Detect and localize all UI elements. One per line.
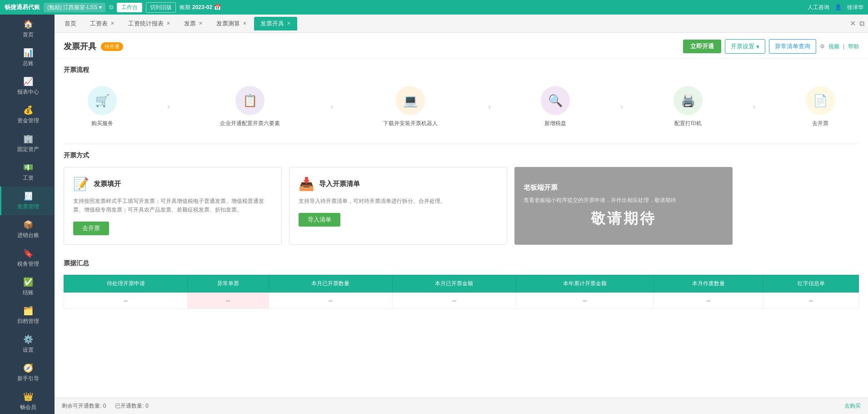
sidebar-label-guide: 新手引导 <box>17 375 39 383</box>
billing-card1-title: 发票填开 <box>94 180 121 188</box>
sidebar-item-purchase-sales[interactable]: 📦 进销台账 <box>0 215 55 244</box>
tab-label-home: 首页 <box>65 20 76 28</box>
sidebar-label-reports: 报表中心 <box>17 88 39 96</box>
ledger-icon: 📊 <box>23 48 33 58</box>
process-step-configure[interactable]: 📋 企业开通配置开票六要素 <box>220 86 280 127</box>
summary-cell-6: -- <box>763 293 859 309</box>
buy-service-icon-wrap: 🛒 <box>88 86 117 115</box>
chevron-down-icon: ▾ <box>99 4 102 10</box>
guide-icon: 🧭 <box>23 363 33 373</box>
archive-icon: 🗂️ <box>23 306 33 316</box>
sidebar-item-assets[interactable]: 🏢 固定资产 <box>0 129 55 158</box>
old-platform-card: 老板端开票 查看老板端小程序提交的开票申请，并作出相应处理，敬请期待 敬请期待 <box>514 167 733 245</box>
tab-invoice-calc[interactable]: 发票测算✕ <box>210 17 253 30</box>
sidebar-label-tax: 税务管理 <box>17 260 39 268</box>
tab-payroll[interactable]: 工资表✕ <box>84 17 121 30</box>
calendar-icon[interactable]: 📅 <box>214 4 221 10</box>
company-selector[interactable]: (勉励) 江西服室-LSS ▾ <box>44 3 105 12</box>
tab-bar: 首页工资表✕工资统计报表✕发票✕发票测算✕发票开具✕ ✕ ⧉ <box>55 15 868 33</box>
open-settings-button[interactable]: 开票设置 ▾ <box>725 39 765 54</box>
process-steps: 🛒 购买服务 › 📋 企业开通配置开票六要素 › 💻 下载并安装开票机器人 › … <box>64 81 859 136</box>
process-step-buy-service[interactable]: 🛒 购买服务 <box>88 86 117 127</box>
sidebar-label-payroll: 工资 <box>23 174 34 182</box>
tab-close-invoice-tools[interactable]: ✕ <box>287 20 291 26</box>
old-platform-title: 老板端开票 <box>524 183 558 192</box>
video-help-link[interactable]: 视频 <box>828 43 839 50</box>
configure-printer-icon-wrap: 🖨️ <box>673 86 703 115</box>
help-link[interactable]: 帮助 <box>848 43 859 50</box>
tab-label-invoice: 发票 <box>184 20 196 28</box>
tab-invoice-tools[interactable]: 发票开具✕ <box>254 17 297 30</box>
close-tab-icon[interactable]: ✕ <box>850 19 856 28</box>
old-version-button[interactable]: 切到旧版 <box>146 2 176 13</box>
sidebar-item-settlement[interactable]: ✅ 结账 <box>0 273 55 301</box>
username: 徐泽华 <box>847 4 863 11</box>
invoice-mgmt-icon: 🧾 <box>23 191 33 201</box>
restore-icon[interactable]: ⧉ <box>859 20 864 28</box>
sidebar-item-reports[interactable]: 📈 报表中心 <box>0 72 55 101</box>
billing-card-fill: 📝 发票填开 支持按照发票样式手工填写开发票；可开具增值税电子普通发票、增值税普… <box>64 167 282 245</box>
buy-service-icon: 🛒 <box>95 94 110 108</box>
go-invoice-button[interactable]: 去开票 <box>73 222 109 235</box>
tab-close-invoice-calc[interactable]: ✕ <box>243 20 247 26</box>
summary-header: 本月已开票金额 <box>392 275 516 293</box>
tab-home[interactable]: 首页 <box>58 17 83 30</box>
buy-link[interactable]: 去购买 <box>844 402 861 410</box>
summary-table: 待处理开票申请异常单票本月已开票数量本月已开票金额本年累计开票金额本月作废数量红… <box>64 275 859 309</box>
process-step-add-taxbox[interactable]: 🔍 新增税盘 <box>541 86 570 127</box>
summary-cell-0: -- <box>64 293 188 309</box>
copy-icon[interactable]: ⧉ <box>109 4 113 11</box>
buy-service-label: 购买服务 <box>91 120 113 127</box>
tab-bar-right: ✕ ⧉ <box>850 19 864 28</box>
sidebar-label-funds: 资金管理 <box>17 117 39 125</box>
app-layout: 🏠 首页 📊 总账 📈 报表中心 💰 资金管理 🏢 固定资产 💵 工资 🧾 发票… <box>0 15 868 414</box>
configure-icon: 📋 <box>243 94 257 108</box>
sidebar-item-archive[interactable]: 🗂️ 归档管理 <box>0 301 55 330</box>
sidebar-label-invoice-mgmt: 发票管理 <box>17 203 39 211</box>
step-arrow-2: › <box>488 102 491 111</box>
sidebar-item-invoice-mgmt[interactable]: 🧾 发票管理 <box>0 187 55 215</box>
tax-icon: 🔖 <box>23 248 33 258</box>
step-arrow-1: › <box>330 102 333 111</box>
sidebar-item-ledger[interactable]: 📊 总账 <box>0 43 55 72</box>
sidebar-label-ledger: 总账 <box>23 60 34 67</box>
table-row: -------------- <box>64 293 859 309</box>
add-taxbox-icon: 🔍 <box>548 94 563 108</box>
tab-payroll-stats[interactable]: 工资统计报表✕ <box>122 17 177 30</box>
process-step-download[interactable]: 💻 下载并安装开票机器人 <box>383 86 438 127</box>
sidebar-item-member[interactable]: 👑 畅会员 <box>0 387 55 414</box>
page-header-actions: 立即开通 开票设置 ▾ 异常清单查询 ⚙ 视频 | 帮助 <box>683 39 859 54</box>
tab-close-payroll-stats[interactable]: ✕ <box>166 20 170 26</box>
workbench-button[interactable]: 工作台 <box>117 3 142 12</box>
sidebar-item-funds[interactable]: 💰 资金管理 <box>0 101 55 129</box>
billing-card2-header: 📥 导入开票清单 <box>299 177 498 192</box>
billing-card2-desc: 支持导入待开票清单，可对待开票清单进行拆分、合并处理。 <box>299 197 498 206</box>
status-badge: 待开通 <box>101 42 123 51</box>
billing-card1-desc: 支持按照发票样式手工填写开发票；可开具增值税电子普通发票、增值税普通发票、增值税… <box>73 197 272 214</box>
user-avatar: 👤 <box>835 4 842 10</box>
process-step-open-invoice[interactable]: 📄 去开票 <box>806 86 835 127</box>
tab-label-invoice-calc: 发票测算 <box>216 20 240 28</box>
abnormal-query-button[interactable]: 异常清单查询 <box>769 39 816 54</box>
sidebar-item-payroll[interactable]: 💵 工资 <box>0 158 55 187</box>
billing-cards: 📝 发票填开 支持按照发票样式手工填写开发票；可开具增值税电子普通发票、增值税普… <box>64 167 859 245</box>
sidebar-item-tax[interactable]: 🔖 税务管理 <box>0 244 55 273</box>
bottom-bar: 剩余可开通数量: 0 已开通数量: 0 去购买 <box>55 398 868 414</box>
tab-close-payroll[interactable]: ✕ <box>110 20 115 26</box>
home-icon: 🏠 <box>23 19 33 29</box>
open-invoice-icon-wrap: 📄 <box>806 86 835 115</box>
summary-cell-1: -- <box>188 293 269 309</box>
tab-invoice[interactable]: 发票✕ <box>178 17 209 30</box>
sidebar-label-member: 畅会员 <box>20 404 36 411</box>
configure-icon-wrap: 📋 <box>235 86 264 115</box>
settings-icon: ⚙️ <box>23 334 33 344</box>
sidebar-item-home[interactable]: 🏠 首页 <box>0 15 55 43</box>
sidebar-item-guide[interactable]: 🧭 新手引导 <box>0 358 55 387</box>
tab-close-invoice[interactable]: ✕ <box>199 20 203 26</box>
import-list-button[interactable]: 导入清单 <box>299 213 340 227</box>
consultant-link[interactable]: 人工咨询 <box>808 4 829 11</box>
process-step-configure-printer[interactable]: 🖨️ 配置打印机 <box>673 86 703 127</box>
page-content: 发票开具 待开通 立即开通 开票设置 ▾ 异常清单查询 ⚙ 视频 | 帮助 <box>55 33 868 398</box>
open-now-button[interactable]: 立即开通 <box>683 40 721 53</box>
sidebar-item-settings[interactable]: ⚙️ 设置 <box>0 330 55 358</box>
